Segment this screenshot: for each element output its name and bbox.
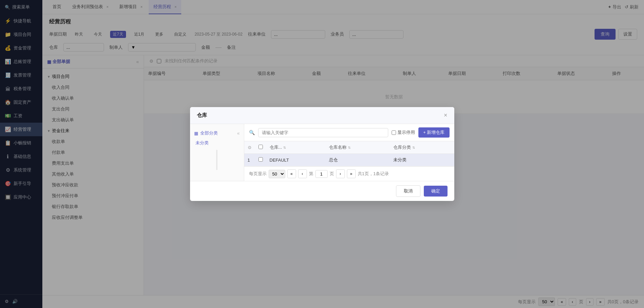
modal-first-btn[interactable]: « [287, 169, 296, 178]
modal-row-category: 未分类 [390, 154, 454, 166]
modal-perpage-select[interactable]: 50 [269, 170, 285, 178]
modal-page-input[interactable] [315, 170, 328, 178]
name-sort-icon[interactable]: ⇅ [348, 146, 351, 149]
modal-th-gear: ⚙ [244, 141, 255, 154]
code-sort-icon[interactable]: ⇅ [283, 146, 286, 149]
modal-page-label: 第 [309, 171, 313, 177]
modal-th-check [255, 141, 266, 154]
modal-cat-unclassified[interactable]: 未分类 [190, 138, 244, 148]
modal-th-name: 仓库名称 ⇅ [326, 141, 390, 154]
modal-row-name: 总仓 [326, 154, 390, 166]
modal-grid-icon: ▦ [194, 131, 198, 136]
cancel-button[interactable]: 取消 [396, 185, 420, 197]
modal-toolbar: 🔍 显示停用 + 新增仓库 [244, 124, 454, 141]
modal-total-text: 共1页，1条记录 [358, 171, 389, 177]
modal-all-label: 全部分类 [200, 130, 218, 136]
modal-row-check[interactable] [255, 154, 266, 166]
modal-perpage-label: 每页显示 [249, 171, 267, 177]
modal-close-btn[interactable]: × [444, 112, 448, 119]
modal-header: 仓库 × [190, 107, 454, 124]
modal-collapse-icon[interactable]: « [237, 130, 240, 136]
modal-table: ⚙ 仓库... ⇅ 仓库名称 [244, 141, 454, 166]
modal-scrollbar [216, 150, 217, 170]
modal-title: 仓库 [197, 112, 207, 119]
modal-actions: 取消 确定 [190, 181, 454, 201]
modal-overlay: 仓库 × ▦ 全部分类 « 未分类 🔍 [0, 0, 644, 308]
confirm-button[interactable]: 确定 [424, 186, 448, 197]
warehouse-modal: 仓库 × ▦ 全部分类 « 未分类 🔍 [190, 107, 454, 201]
modal-search-input[interactable] [258, 128, 389, 137]
modal-body: ▦ 全部分类 « 未分类 🔍 显示停用 [190, 124, 454, 181]
modal-gear-icon[interactable]: ⚙ [248, 145, 252, 150]
modal-select-all[interactable] [258, 145, 263, 149]
modal-right-panel: 🔍 显示停用 + 新增仓库 ⚙ [244, 124, 454, 181]
add-warehouse-btn[interactable]: + 新增仓库 [418, 127, 449, 138]
modal-left-header[interactable]: ▦ 全部分类 « [190, 127, 244, 138]
modal-table-row[interactable]: 1 DEFAULT 总仓 未分类 [244, 154, 454, 166]
modal-prev-btn[interactable]: ‹ [298, 169, 307, 178]
modal-table-wrap: ⚙ 仓库... ⇅ 仓库名称 [244, 141, 454, 166]
modal-left-panel: ▦ 全部分类 « 未分类 [190, 124, 244, 181]
show-disabled-label[interactable]: 显示停用 [392, 129, 415, 136]
modal-th-category: 仓库分类 ⇅ [390, 141, 454, 154]
modal-page-suffix: 页 [330, 171, 334, 177]
modal-row-num: 1 [244, 154, 255, 166]
cat-sort-icon[interactable]: ⇅ [412, 146, 415, 149]
modal-footer-bar: 每页显示 50 « ‹ 第 页 › » 共1页，1条记录 [244, 166, 454, 181]
modal-last-btn[interactable]: » [347, 169, 356, 178]
modal-search-icon: 🔍 [249, 130, 255, 135]
modal-th-code: 仓库... ⇅ [266, 141, 326, 154]
show-disabled-checkbox[interactable] [392, 130, 396, 135]
modal-row-code: DEFAULT [266, 154, 326, 166]
modal-next-btn[interactable]: › [336, 169, 345, 178]
